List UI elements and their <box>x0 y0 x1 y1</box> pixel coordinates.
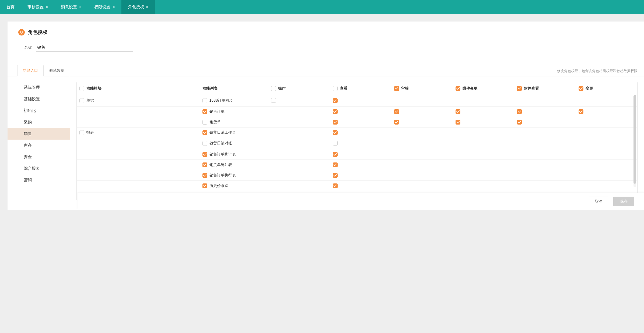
table-row: 销售订单统计表 <box>77 149 637 160</box>
table-row: 销货单统计表 <box>77 160 637 170</box>
sidebar-item[interactable]: 资金 <box>8 151 70 163</box>
checkbox[interactable] <box>202 162 207 167</box>
page-title: 角色授权 <box>28 29 47 36</box>
inner-tabs: 功能入口敏感数据 <box>17 65 70 76</box>
shield-icon <box>18 29 25 36</box>
checkbox[interactable] <box>517 109 522 114</box>
checkbox[interactable] <box>271 86 276 91</box>
sidebar-item[interactable]: 系统管理 <box>8 82 70 93</box>
list-label: 销售订单执行表 <box>209 173 236 178</box>
close-icon[interactable]: × <box>79 5 81 9</box>
checkbox[interactable] <box>456 86 460 91</box>
th-op-label: 操作 <box>278 86 286 91</box>
topnav-tab-label: 审核设置 <box>27 5 44 10</box>
checkbox[interactable] <box>333 141 338 146</box>
checkbox[interactable] <box>517 86 522 91</box>
topnav-tab[interactable]: 角色授权× <box>121 0 155 14</box>
th-list-label: 功能列表 <box>202 86 218 91</box>
table-row: 销售订单 <box>77 106 637 117</box>
checkbox[interactable] <box>202 130 207 135</box>
page-card: 角色授权 名称 功能入口敏感数据 修改角色权限，包含该角色功能权限和敏感数据权限… <box>8 22 644 210</box>
topnav-tab-label: 角色授权 <box>128 5 144 10</box>
footer-bar: 取消 保存 <box>78 193 644 210</box>
th-op: 操作 <box>268 82 330 95</box>
checkbox[interactable] <box>456 120 460 125</box>
module-label: 单据 <box>86 98 94 103</box>
checkbox[interactable] <box>271 98 276 103</box>
list-label: 销货单统计表 <box>209 162 232 167</box>
checkbox[interactable] <box>202 141 207 146</box>
checkbox[interactable] <box>202 183 207 188</box>
checkbox[interactable] <box>79 86 84 91</box>
checkbox[interactable] <box>202 120 207 125</box>
checkbox[interactable] <box>333 152 338 157</box>
checkbox[interactable] <box>333 98 338 103</box>
list-label: 销货单 <box>209 120 221 125</box>
checkbox[interactable] <box>333 130 338 135</box>
close-icon[interactable]: × <box>146 5 148 9</box>
topnav-tab-label: 权限设置 <box>94 5 110 10</box>
checkbox[interactable] <box>202 152 207 157</box>
sidebar-item[interactable]: 初始化 <box>8 105 70 116</box>
topnav-tab[interactable]: 首页 <box>0 0 21 14</box>
checkbox[interactable] <box>79 130 84 135</box>
sidebar-item[interactable]: 基础设置 <box>8 93 70 105</box>
checkbox[interactable] <box>333 109 338 114</box>
th-perm: 附件变更 <box>453 82 514 95</box>
sidebar-item[interactable]: 营销 <box>8 174 70 186</box>
table-row: 钱货日清对账 <box>77 138 637 149</box>
topnav-tab[interactable]: 权限设置× <box>88 0 121 14</box>
inner-tab[interactable]: 功能入口 <box>17 65 44 76</box>
list-label: 钱货日清工作台 <box>209 130 236 135</box>
sidebar-item[interactable]: 库存 <box>8 140 70 151</box>
sidebar-item[interactable]: 采购 <box>8 116 70 128</box>
table-row: 报表钱货日清工作台 <box>77 127 637 138</box>
topnav-tab-label: 消息设置 <box>61 5 77 10</box>
vertical-scrollbar[interactable] <box>634 95 636 187</box>
th-perm: 审核 <box>391 82 453 95</box>
sidebar-item[interactable]: 销售 <box>8 128 70 140</box>
th-perm: 附件查看 <box>514 82 576 95</box>
module-label: 报表 <box>86 130 94 135</box>
checkbox[interactable] <box>202 98 207 103</box>
th-perm-label: 附件变更 <box>463 86 478 91</box>
checkbox[interactable] <box>579 86 583 91</box>
checkbox[interactable] <box>202 173 207 178</box>
checkbox[interactable] <box>79 98 84 103</box>
checkbox[interactable] <box>202 109 207 114</box>
sidebar-item[interactable]: 综合报表 <box>8 163 70 174</box>
checkbox[interactable] <box>456 109 460 114</box>
checkbox[interactable] <box>394 120 399 125</box>
checkbox[interactable] <box>333 86 338 91</box>
table-row: 单据1688订单同步 <box>77 95 637 106</box>
topnav-tab[interactable]: 消息设置× <box>54 0 88 14</box>
th-perm-label: 附件查看 <box>524 86 539 91</box>
top-nav: 首页审核设置×消息设置×权限设置×角色授权× <box>0 0 644 14</box>
topnav-tab-label: 首页 <box>6 5 15 10</box>
th-perm-label: 变更 <box>586 86 593 91</box>
checkbox[interactable] <box>517 120 522 125</box>
checkbox[interactable] <box>579 109 583 114</box>
permission-table-wrap: 功能模块功能列表操作查看审核附件变更附件查看变更 单据1688订单同步销售订单销… <box>76 82 638 200</box>
close-icon[interactable]: × <box>46 5 48 9</box>
list-label: 销售订单统计表 <box>209 152 236 157</box>
list-label: 1688订单同步 <box>209 98 233 103</box>
save-button[interactable]: 保存 <box>613 197 634 206</box>
checkbox[interactable] <box>394 109 399 114</box>
inner-tab[interactable]: 敏感数据 <box>44 65 70 76</box>
checkbox[interactable] <box>394 86 399 91</box>
cancel-button[interactable]: 取消 <box>588 197 609 206</box>
checkbox[interactable] <box>333 162 338 167</box>
th-module-label: 功能模块 <box>86 86 102 91</box>
list-label: 历史价跟踪 <box>209 183 228 188</box>
th-perm: 变更 <box>576 82 637 95</box>
checkbox[interactable] <box>333 173 338 178</box>
close-icon[interactable]: × <box>113 5 115 9</box>
name-input[interactable] <box>36 44 133 52</box>
checkbox[interactable] <box>333 120 338 125</box>
checkbox[interactable] <box>333 183 338 188</box>
topnav-tab[interactable]: 审核设置× <box>21 0 54 14</box>
table-row: 历史价跟踪 <box>77 180 637 191</box>
th-module: 功能模块 <box>77 82 200 95</box>
list-label: 钱货日清对账 <box>209 141 232 146</box>
